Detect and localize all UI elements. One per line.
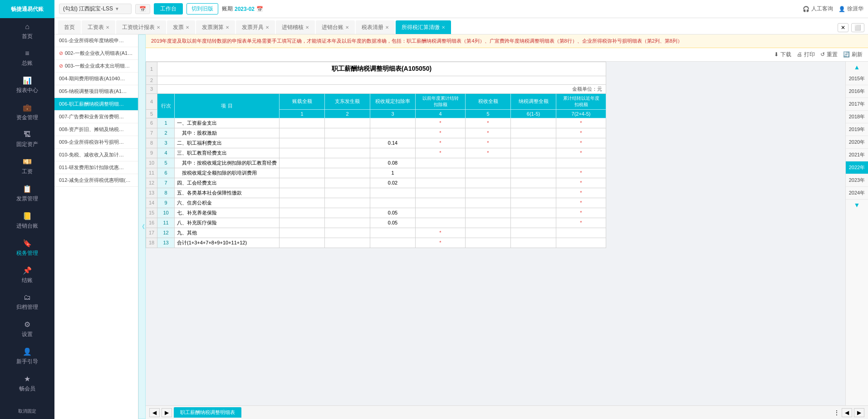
year-nav-up[interactable]: ▲ [852,62,862,73]
cell-3-4[interactable]: * [416,138,466,148]
cell-12-4[interactable]: * [416,228,466,238]
left-panel-item-9[interactable]: 010-免税、减收收入及加计… [54,149,138,161]
left-panel-item-6[interactable]: 007-广告费和业务宣传费明… [54,111,138,123]
year-2015[interactable]: 2015年 [846,73,868,85]
year-2023[interactable]: 2023年 [846,174,868,187]
sidebar-cancel-fixed[interactable]: 取消固定 [0,404,54,419]
cell-1-1[interactable] [280,118,325,128]
cell-1-5[interactable]: * [466,118,511,128]
cell-8-4[interactable] [416,188,466,198]
customer-service[interactable]: 🎧 人工客询 [803,5,833,13]
cell-1-2[interactable] [325,118,370,128]
cell-3-5[interactable]: * [466,138,511,148]
sidebar-item-fund[interactable]: 💼 资金管理 [0,99,54,126]
download-button[interactable]: ⬇ 下载 [774,51,791,58]
cell-10-2[interactable] [325,208,370,218]
cell-7-7[interactable]: * [556,178,606,188]
cell-3-3[interactable]: 0.14 [370,138,416,148]
cell-7-3[interactable]: 0.02 [370,178,416,188]
cell-5-7[interactable] [556,158,606,168]
cell-1-7[interactable]: * [556,118,606,128]
cell-9-5[interactable] [466,198,511,208]
cell-12-6[interactable] [511,228,556,238]
cell-7-1[interactable] [280,178,325,188]
cell-7-2[interactable] [325,178,370,188]
sidebar-item-closing[interactable]: 📌 结账 [0,262,54,289]
cell-12-1[interactable] [280,228,325,238]
cell-13-6[interactable] [511,238,556,248]
cell-8-5[interactable] [466,188,511,198]
cell-4-6[interactable] [511,148,556,158]
cell-5-1[interactable] [280,158,325,168]
tab-purchase-check-close[interactable]: ✕ [305,25,309,30]
cell-2-1[interactable] [280,128,325,138]
cell-5-2[interactable] [325,158,370,168]
cell-12-5[interactable] [466,228,511,238]
sidebar-item-ledger[interactable]: ≡ 总账 [0,45,54,72]
cell-13-5[interactable] [466,238,511,248]
sheet-tab-active[interactable]: 职工薪酬纳税调整明细表 [174,407,241,418]
year-2016[interactable]: 2016年 [846,85,868,98]
cell-1-3[interactable] [370,118,416,128]
cell-12-3[interactable] [370,228,416,238]
tab-salary-table[interactable]: 工资表 ✕ [82,20,115,34]
cell-4-3[interactable] [370,148,416,158]
year-2019[interactable]: 2019年 [846,123,868,136]
left-panel-item-1[interactable]: ⊘ 002-一般企业收入明细表(A1… [54,47,138,60]
tab-invoice-calc[interactable]: 发票测算 ✕ [196,20,235,34]
cell-13-3[interactable] [370,238,416,248]
cell-8-1[interactable] [280,188,325,198]
cell-1-4[interactable]: * [416,118,466,128]
cell-3-7[interactable]: * [556,138,606,148]
left-panel-item-2[interactable]: ⊘ 003-一般企业成本支出明细… [54,60,138,73]
sidebar-item-salary[interactable]: 💴 工资 [0,153,54,180]
year-2020[interactable]: 2020年 [846,136,868,149]
cell-6-4[interactable] [416,168,466,178]
tab-purchase-check[interactable]: 进销稽核 ✕ [276,20,315,34]
left-panel-item-5[interactable]: 006-职工薪酬纳税调整明细… [54,98,138,111]
cell-11-3[interactable]: 0.05 [370,218,416,228]
tab-tax-settlement[interactable]: 所得税汇算清缴 ✕ [396,20,451,34]
cell-10-3[interactable]: 0.05 [370,208,416,218]
left-panel-item-3[interactable]: 004-期间费用明细表(A1040… [54,73,138,85]
cell-2-7[interactable]: * [556,128,606,138]
sidebar-item-report[interactable]: 📊 报表中心 [0,72,54,99]
cell-13-1[interactable] [280,238,325,248]
year-2017[interactable]: 2017年 [846,98,868,111]
sheet-more-icon[interactable]: ⋮ [834,409,840,416]
cell-11-2[interactable] [325,218,370,228]
cell-6-5[interactable] [466,168,511,178]
cell-8-2[interactable] [325,188,370,198]
cell-11-7[interactable]: * [556,218,606,228]
sidebar-item-home[interactable]: ⌂ 首页 [0,18,54,45]
cell-9-1[interactable] [280,198,325,208]
cell-8-7[interactable]: * [556,188,606,198]
sidebar-item-purchases[interactable]: 📒 进销台账 [0,207,54,234]
tab-invoice[interactable]: 发票 ✕ [167,20,195,34]
year-2018[interactable]: 2018年 [846,111,868,123]
cell-2-4[interactable]: * [416,128,466,138]
tab-salary-report-close[interactable]: ✕ [157,25,160,30]
tab-invoice-close[interactable]: ✕ [186,25,189,30]
left-panel-item-7[interactable]: 008-资产折旧、摊销及纳税… [54,123,138,136]
cell-13-7[interactable] [556,238,606,248]
cell-3-6[interactable] [511,138,556,148]
cell-9-6[interactable] [511,198,556,208]
sidebar-item-archive[interactable]: 🗂 归档管理 [0,289,54,316]
cell-4-7[interactable]: * [556,148,606,158]
cell-6-1[interactable] [280,168,325,178]
tab-home[interactable]: 首页 [58,20,81,34]
tab-tax-register-close[interactable]: ✕ [385,25,389,30]
cell-4-5[interactable]: * [466,148,511,158]
cell-4-1[interactable] [280,148,325,158]
cell-7-6[interactable] [511,178,556,188]
cell-9-4[interactable] [416,198,466,208]
cell-13-2[interactable] [325,238,370,248]
cell-5-3[interactable]: 0.08 [370,158,416,168]
cell-12-7[interactable] [556,228,606,238]
cell-1-6[interactable] [511,118,556,128]
company-selector[interactable]: (勾划) 江西皖宝-LSS ▼ [59,4,132,14]
sidebar-item-guide[interactable]: 👤 新手引导 [0,343,54,370]
tab-purchase-ledger-close[interactable]: ✕ [345,25,349,30]
cell-2-3[interactable] [370,128,416,138]
